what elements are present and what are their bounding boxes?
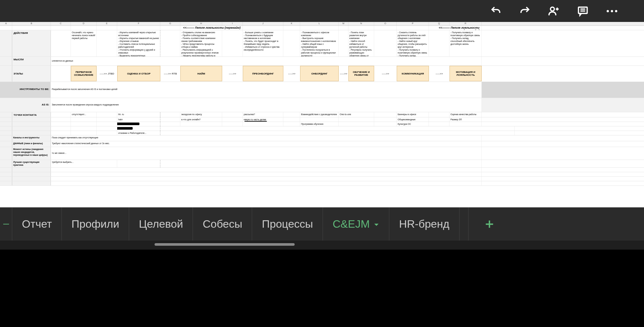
cell[interactable]: Размер ЗП (своевременность xyxy=(450,117,482,122)
arrow: ----->> JTBD xyxy=(97,66,117,81)
cell[interactable]: - Познакомиться с офисом компании - Выст… xyxy=(300,30,339,56)
row-label-best: Лучшая существующая практика xyxy=(12,160,51,167)
comment-button[interactable] xyxy=(576,5,589,17)
col-header[interactable]: F xyxy=(117,22,160,25)
cell[interactable]: - Снизить степень рутинности работы за с… xyxy=(397,30,429,56)
cell[interactable]: отзовики о Работодателе... xyxy=(117,131,160,135)
stage-box[interactable]: ОБУЧЕНИЕ И РАЗВИТИЕ xyxy=(348,66,374,81)
cell[interactable]: - Изучить компаний через открытые источн… xyxy=(117,30,160,56)
cell[interactable]: hh. ru xyxy=(117,112,160,117)
cell[interactable]: Пока следует принимать как отсутствующие xyxy=(51,135,482,141)
share-button[interactable] xyxy=(547,5,560,17)
row-label-touchpoints: ТОЧКИ КОНТАКТА xyxy=(12,112,51,117)
redacted xyxy=(117,123,139,125)
tab-profiles[interactable]: Профили xyxy=(62,207,129,241)
redo-button[interactable] xyxy=(518,5,531,17)
col-header[interactable]: A xyxy=(0,22,12,25)
cell[interactable]: One-to-one xyxy=(339,112,374,117)
cell[interactable]: рассылка? xyxy=(243,112,283,117)
col-header[interactable]: I xyxy=(222,22,243,25)
cell[interactable]: Осознайт, что нужно начинать поиск новой… xyxy=(71,30,97,56)
more-icon xyxy=(607,10,617,12)
column-headers: A B C D E F G H I J K L M N O P Q R xyxy=(0,22,644,26)
top-toolbar xyxy=(0,0,644,22)
sheet-body[interactable]: <<-------- Петля лояльности (перенайм) <… xyxy=(0,26,644,207)
col-header[interactable]: H xyxy=(180,22,222,25)
cell[interactable] xyxy=(117,122,160,126)
cell[interactable]: Заполняется после проведения опроса кажд… xyxy=(51,98,482,112)
loop-label: <<-------- Петля лояльности (перенайм) xyxy=(429,26,482,30)
tab-interviews[interactable]: Собесы xyxy=(193,207,252,241)
tab-processes[interactable]: Процессы xyxy=(252,207,323,241)
tab-hrbrand[interactable]: HR-бренд xyxy=(389,207,459,241)
cell[interactable]: Баннеры в офисе xyxy=(397,112,429,117)
cell[interactable]: олняются из данных xyxy=(51,57,482,65)
tab-report[interactable]: Отчет xyxy=(12,207,62,241)
cell[interactable]: требуется выбрать... xyxy=(51,160,117,167)
cell[interactable]: - Отправить отклик на вакансию - Пройти … xyxy=(180,30,222,56)
cell[interactable]: - Получать похвалу и позитивную обратную… xyxy=(450,30,482,56)
cell[interactable]: отсутствуют... xyxy=(71,112,97,117)
arrow: ----->> xyxy=(429,66,450,81)
sheet-tabs: Отчет Профили Целевой Собесы Процессы C&… xyxy=(0,207,644,241)
undo-icon xyxy=(490,5,502,17)
row-label-data: ДАННЫЕ (пики и финалы) xyxy=(12,141,51,147)
col-header[interactable]: Q xyxy=(429,22,450,25)
col-header[interactable]: L xyxy=(300,22,339,25)
cell[interactable]: Оценка качества работы xyxy=(450,112,482,117)
col-header[interactable]: N xyxy=(348,22,374,25)
cell[interactable]: а что для онлайн? xyxy=(180,117,222,122)
cell[interactable]: - Больше узнать о компании - Познакомить… xyxy=(243,30,283,56)
stage-box[interactable]: МОТИВАЦИЯ И ЛОЯЛЬНОСТЬ xyxy=(450,66,482,81)
comment-icon xyxy=(577,5,589,17)
row-label-tools-tobe: ИНСТРУМЕНТЫ TO BE: xyxy=(0,82,51,98)
cell[interactable]: экскурсия по офису xyxy=(180,112,222,117)
arrow: ----->> xyxy=(222,66,243,81)
row-label-stages: ЭТАПЫ xyxy=(12,66,51,82)
cell[interactable]: Требуют накопления статистический данных… xyxy=(51,141,482,147)
cell[interactable]: какую-то часть делае xyxy=(243,117,283,122)
col-header[interactable]: B xyxy=(12,22,51,25)
more-button[interactable] xyxy=(605,5,618,17)
cell[interactable]: habr xyxy=(117,117,160,122)
cell[interactable] xyxy=(117,126,160,131)
col-header[interactable]: M xyxy=(339,22,348,25)
col-header[interactable]: D xyxy=(71,22,97,25)
horizontal-scrollbar[interactable] xyxy=(0,241,644,250)
col-header[interactable]: C xyxy=(51,22,71,25)
cell[interactable]: Взаимодействие с руководителем xyxy=(300,112,339,117)
stage-box[interactable]: ОНБОРДИНГ xyxy=(300,66,339,81)
cell[interactable]: Разрабатывается после заполнения AS IS и… xyxy=(51,82,482,98)
tab-blank[interactable] xyxy=(459,207,469,241)
redo-icon xyxy=(519,5,531,17)
tab-cejm[interactable]: C&EJM xyxy=(323,207,389,241)
col-header[interactable]: K xyxy=(283,22,300,25)
cell[interactable]: Общекомандные мероприятия xyxy=(397,117,429,122)
stage-box[interactable]: ПРЕОНБОРДИНГ xyxy=(243,66,283,81)
stage-box[interactable]: ПЕРВИЧНОЕ ОСМЫСЛЕНИЕ xyxy=(71,66,97,81)
undo-button[interactable] xyxy=(489,5,502,17)
stage-box[interactable]: КОММУНИКАЦИЯ xyxy=(397,66,429,81)
arrow: ----->> xyxy=(339,66,348,81)
stage-box[interactable]: ОЦЕНКА И ОТБОР xyxy=(117,66,160,81)
col-header[interactable]: G xyxy=(160,22,180,25)
tab-target[interactable]: Целевой xyxy=(129,207,193,241)
col-header[interactable]: R xyxy=(450,22,482,25)
col-header[interactable]: O xyxy=(374,22,397,25)
add-sheet-button[interactable] xyxy=(469,207,510,241)
col-header[interactable]: J xyxy=(243,22,283,25)
tabs-menu-button[interactable] xyxy=(0,207,12,241)
cell[interactable]: Программа обучения xyxy=(300,122,339,126)
svg-point-0 xyxy=(551,7,554,11)
cell[interactable]: Культура ОС xyxy=(397,122,429,126)
cell[interactable]: то же самое... xyxy=(51,147,482,160)
cell[interactable]: - Понять план развития внутри компании -… xyxy=(348,30,374,56)
arrow: ----->> xyxy=(374,66,397,81)
spreadsheet[interactable]: A B C D E F G H I J K L M N O P Q R <<--… xyxy=(0,22,644,207)
tab-label: C&EJM xyxy=(333,218,370,230)
col-header[interactable]: P xyxy=(397,22,429,25)
stage-box[interactable]: НАЙМ xyxy=(180,66,222,81)
col-header[interactable]: E xyxy=(97,22,117,25)
redacted xyxy=(117,127,133,130)
scroll-thumb[interactable] xyxy=(155,243,295,246)
